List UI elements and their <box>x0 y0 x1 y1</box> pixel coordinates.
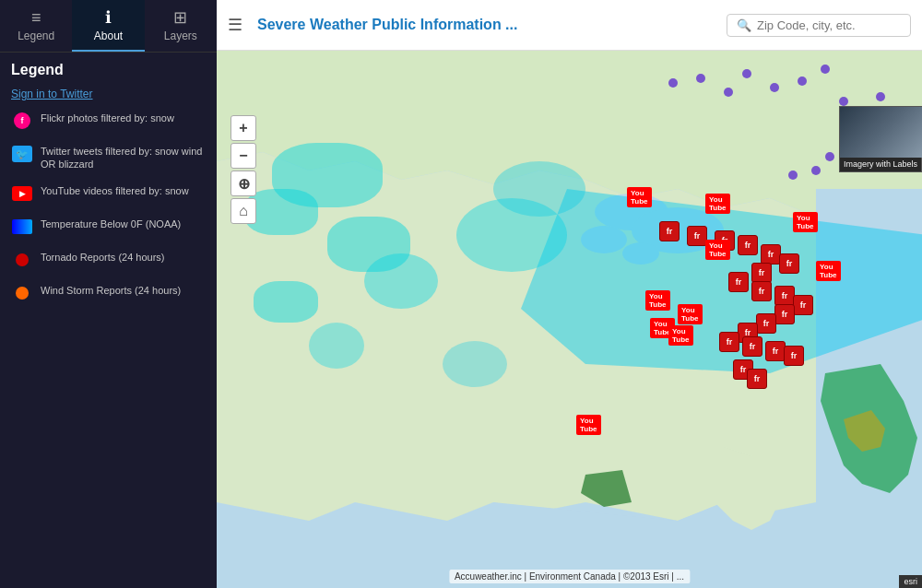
yt-map-5: YouTube <box>678 304 703 324</box>
sidebar: ≡ Legend ℹ About ⊞ Layers Legend Sign in… <box>0 0 217 588</box>
yt-map-2: YouTube <box>705 194 730 214</box>
alert-dot-8 <box>839 97 848 106</box>
legend-title: Legend <box>11 62 206 78</box>
tornado-icon <box>11 249 33 271</box>
svg-point-9 <box>493 161 585 217</box>
fr-marker-4: fr <box>738 235 758 255</box>
tab-layers-label: Layers <box>164 29 197 42</box>
fr-marker-20: fr <box>747 369 767 389</box>
tab-layers[interactable]: ⊞ Layers <box>145 0 217 52</box>
legend-flickr-text: Flickr photos filtered by: snow <box>41 110 174 124</box>
map-header: ☰ Severe Weather Public Information ... … <box>217 0 922 51</box>
snow-patch-3 <box>327 217 410 272</box>
legend-item-tornado: Tornado Reports (24 hours) <box>11 249 206 271</box>
map-title: Severe Weather Public Information ... <box>257 17 717 33</box>
legend-item-flickr: f Flickr photos filtered by: snow <box>11 110 206 132</box>
legend-tornado-text: Tornado Reports (24 hours) <box>41 249 165 264</box>
fr-marker-6: fr <box>779 253 799 274</box>
fr-marker-1: fr <box>659 221 680 241</box>
fr-marker-9: fr <box>751 281 772 301</box>
fr-marker-17: fr <box>765 341 786 361</box>
fr-marker-11: fr <box>793 295 813 315</box>
fr-marker-12: fr <box>774 304 795 324</box>
home-button[interactable]: ⌂ <box>230 198 256 224</box>
alert-dot-17 <box>788 171 798 180</box>
fr-marker-15: fr <box>719 332 739 352</box>
yt-map-9: YouTube <box>816 261 841 281</box>
legend-temperature-text: Temperature Below 0F (NOAA) <box>41 216 181 230</box>
tab-legend-label: Legend <box>18 29 54 42</box>
yt-map-7: YouTube <box>668 325 693 346</box>
tab-about-label: About <box>94 29 123 42</box>
legend-item-youtube: ▶ YouTube videos filtered by: snow <box>11 182 206 205</box>
fr-marker-18: fr <box>784 346 804 366</box>
svg-point-10 <box>443 341 507 387</box>
map-svg <box>217 51 922 588</box>
alert-dot-5 <box>770 83 779 92</box>
alert-dot-10 <box>876 92 885 101</box>
map-background[interactable]: fr fr fr fr fr fr fr fr fr fr fr fr fr f… <box>217 51 922 588</box>
legend-content: Legend Sign in to Twitter f Flickr photo… <box>0 53 217 324</box>
search-input[interactable] <box>757 18 901 32</box>
yt-map-10: YouTube <box>576 415 601 435</box>
alert-dot-1 <box>668 78 678 88</box>
alert-dot-4 <box>742 69 751 78</box>
snow-patch-4 <box>254 281 318 323</box>
layers-tab-icon: ⊞ <box>173 7 187 28</box>
fr-marker-10: fr <box>774 286 795 306</box>
map-controls: + − ⊕ ⌂ <box>230 115 256 224</box>
map-credits: Accuweather.inc | Environment Canada | ©… <box>449 570 690 583</box>
legend-twitter-text: Twitter tweets filtered by: snow wind OR… <box>41 143 206 171</box>
tab-about[interactable]: ℹ About <box>72 0 144 52</box>
search-icon: 🔍 <box>737 18 751 32</box>
temperature-icon <box>11 216 33 238</box>
youtube-icon: ▶ <box>11 182 33 205</box>
tab-legend[interactable]: ≡ Legend <box>0 0 72 52</box>
locate-button[interactable]: ⊕ <box>230 171 256 196</box>
zoom-out-button[interactable]: − <box>230 143 256 169</box>
alert-dot-6 <box>798 76 807 86</box>
fr-marker-2: fr <box>687 226 707 246</box>
yt-map-3: YouTube <box>705 240 730 260</box>
legend-storm-text: Wind Storm Reports (24 hours) <box>41 282 181 297</box>
yt-map-4: YouTube <box>645 290 670 311</box>
legend-tab-icon: ≡ <box>31 8 41 28</box>
fr-marker-16: fr <box>742 336 762 357</box>
zoom-in-button[interactable]: + <box>230 115 256 141</box>
svg-point-8 <box>309 323 364 369</box>
thumbnail-image <box>840 107 922 158</box>
fr-marker-5: fr <box>761 244 781 265</box>
twitter-icon: 🐦 <box>11 143 33 165</box>
legend-item-temperature: Temperature Below 0F (NOAA) <box>11 216 206 238</box>
search-box[interactable]: 🔍 <box>727 14 911 37</box>
alert-dot-7 <box>821 65 830 74</box>
sidebar-tabs: ≡ Legend ℹ About ⊞ Layers <box>0 0 217 53</box>
yt-map-8: YouTube <box>793 212 818 232</box>
hamburger-icon[interactable]: ☰ <box>228 15 242 35</box>
fr-marker-13: fr <box>756 313 776 334</box>
fr-marker-8: fr <box>728 272 749 292</box>
legend-item-twitter: 🐦 Twitter tweets filtered by: snow wind … <box>11 143 206 171</box>
alert-dot-16 <box>811 166 821 175</box>
imagery-thumbnail[interactable]: Imagery with Labels <box>839 106 922 172</box>
legend-item-storm: Wind Storm Reports (24 hours) <box>11 282 206 304</box>
alert-dot-15 <box>825 152 834 161</box>
about-tab-icon: ℹ <box>105 7 112 28</box>
map-container[interactable]: ☰ Severe Weather Public Information ... … <box>217 0 922 588</box>
sign-in-twitter-link[interactable]: Sign in to Twitter <box>11 88 206 100</box>
yt-map-1: YouTube <box>627 187 652 207</box>
thumbnail-label: Imagery with Labels <box>840 158 921 171</box>
fr-marker-7: fr <box>751 263 772 283</box>
alert-dot-3 <box>724 88 733 97</box>
alert-dot-2 <box>696 74 705 83</box>
flickr-icon: f <box>11 110 33 132</box>
esri-logo: esri <box>899 575 922 588</box>
legend-youtube-text: YouTube videos filtered by: snow <box>41 182 189 197</box>
storm-icon <box>11 282 33 304</box>
